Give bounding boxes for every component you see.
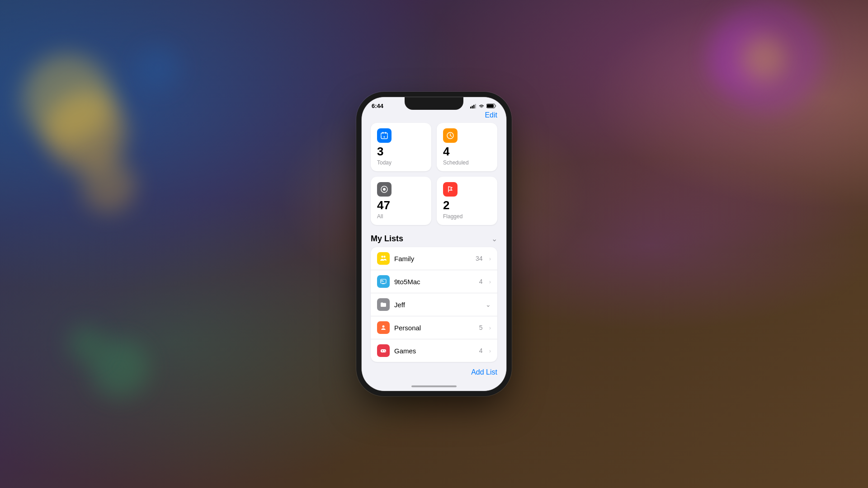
jeff-expand-chevron[interactable]: ⌄	[486, 301, 491, 308]
svg-rect-19	[381, 281, 384, 282]
all-card[interactable]: 47 All	[371, 177, 431, 225]
my-lists-header: My Lists ⌄	[371, 234, 497, 244]
status-time: 6:44	[372, 103, 383, 109]
svg-rect-18	[381, 280, 383, 281]
svg-rect-2	[473, 105, 475, 108]
add-list-row: Add List	[371, 362, 497, 381]
my-lists-chevron[interactable]: ⌄	[491, 235, 497, 243]
svg-rect-1	[472, 106, 473, 108]
scheduled-card[interactable]: 4 Scheduled	[437, 123, 497, 171]
9to5mac-icon	[377, 275, 390, 288]
list-item-family[interactable]: Family 34 ›	[371, 247, 497, 270]
status-icons	[470, 103, 496, 108]
smart-lists-grid: 9 3 Today 4	[371, 123, 497, 225]
phone-wrapper: 6:44	[362, 97, 506, 391]
today-card[interactable]: 9 3 Today	[371, 123, 431, 171]
9to5mac-chevron: ›	[489, 278, 491, 285]
svg-rect-8	[385, 132, 386, 134]
signal-icon	[470, 104, 476, 108]
games-icon	[377, 344, 390, 357]
svg-point-15	[383, 256, 385, 258]
jeff-name: Jeff	[394, 301, 435, 309]
lists-container: Family 34 ›	[371, 247, 497, 362]
personal-chevron: ›	[489, 324, 491, 331]
add-list-button[interactable]: Add List	[471, 368, 497, 376]
flagged-label: Flagged	[443, 213, 491, 220]
svg-rect-17	[382, 283, 385, 284]
phone-screen: 6:44	[362, 97, 506, 391]
svg-point-14	[381, 256, 383, 258]
notch	[405, 97, 463, 110]
games-chevron: ›	[489, 347, 491, 354]
phone: 6:44	[362, 97, 506, 391]
scheduled-label: Scheduled	[443, 160, 491, 166]
flagged-icon	[443, 182, 458, 197]
personal-icon	[377, 321, 390, 334]
list-item-jeff[interactable]: Jeff ⌄	[371, 293, 497, 316]
flagged-card[interactable]: 2 Flagged	[437, 177, 497, 225]
personal-count: 5	[479, 324, 483, 331]
svg-rect-0	[470, 107, 472, 108]
family-name: Family	[394, 255, 471, 263]
today-label: Today	[377, 160, 425, 166]
9to5mac-name: 9to5Mac	[394, 278, 475, 286]
games-name: Games	[394, 347, 475, 355]
svg-point-24	[384, 350, 385, 351]
scheduled-icon	[443, 128, 458, 143]
edit-button[interactable]: Edit	[485, 111, 497, 119]
edit-button-row: Edit	[371, 109, 497, 123]
list-item-personal[interactable]: Personal 5 ›	[371, 316, 497, 339]
svg-text:9: 9	[383, 136, 385, 138]
family-icon	[377, 252, 390, 265]
svg-point-20	[382, 325, 385, 328]
list-item-games[interactable]: Games 4 ›	[371, 339, 497, 362]
jeff-icon	[377, 298, 390, 311]
today-icon: 9	[377, 128, 392, 143]
scheduled-count: 4	[443, 145, 491, 159]
all-count: 47	[377, 198, 425, 212]
games-count: 4	[479, 347, 483, 354]
all-label: All	[377, 213, 425, 220]
battery-icon	[486, 103, 496, 108]
today-count: 3	[377, 145, 425, 159]
main-content: Edit 9	[362, 109, 506, 381]
list-item-9to5mac[interactable]: 9to5Mac 4 ›	[371, 270, 497, 293]
svg-rect-23	[382, 351, 383, 351]
family-chevron: ›	[489, 255, 491, 262]
9to5mac-count: 4	[479, 278, 483, 285]
svg-point-13	[383, 188, 386, 191]
wifi-icon	[478, 104, 485, 108]
svg-rect-7	[382, 132, 383, 134]
svg-rect-3	[475, 104, 476, 108]
home-indicator	[411, 385, 457, 387]
my-lists-title: My Lists	[371, 234, 403, 244]
all-icon	[377, 182, 392, 197]
flagged-count: 2	[443, 198, 491, 212]
svg-rect-21	[381, 349, 386, 352]
svg-point-25	[385, 351, 386, 352]
svg-rect-5	[487, 104, 494, 108]
family-count: 34	[476, 255, 483, 262]
personal-name: Personal	[394, 324, 475, 332]
